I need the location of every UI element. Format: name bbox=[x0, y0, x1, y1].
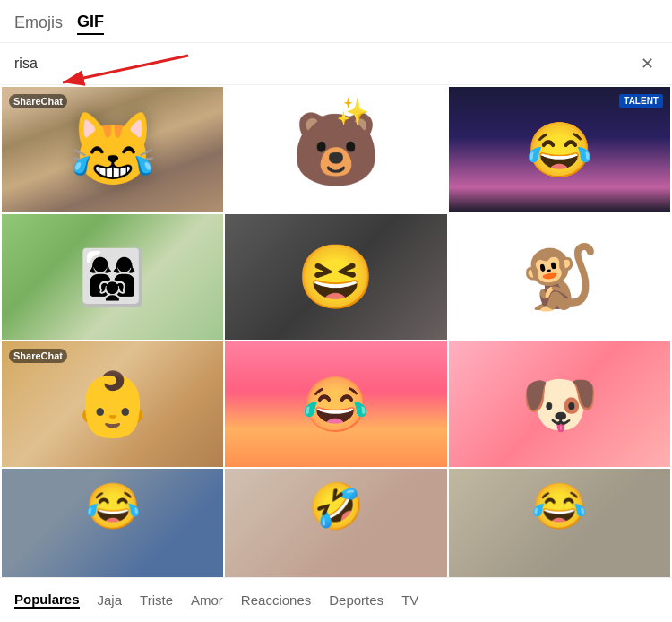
tab-gif[interactable]: GIF bbox=[77, 11, 104, 35]
category-amor[interactable]: Amor bbox=[191, 592, 223, 608]
gif-cell-partial-2[interactable] bbox=[225, 469, 446, 594]
gif-cell-anime-girl[interactable] bbox=[225, 341, 446, 467]
gif-cell-partial-1[interactable] bbox=[2, 469, 223, 594]
category-populares[interactable]: Populares bbox=[14, 592, 80, 609]
tab-emojis[interactable]: Emojis bbox=[14, 12, 63, 34]
search-input[interactable] bbox=[14, 56, 637, 72]
categories-bar: Populares Jaja Triste Amor Reacciones De… bbox=[0, 577, 672, 622]
gif-cell-cat[interactable]: ShareChat bbox=[2, 87, 223, 212]
search-bar: ✕ bbox=[0, 43, 672, 85]
category-jaja[interactable]: Jaja bbox=[98, 592, 123, 608]
category-tv[interactable]: TV bbox=[401, 592, 418, 608]
sharechat-badge-2: ShareChat bbox=[9, 349, 67, 363]
gif-cell-snoopy[interactable] bbox=[449, 341, 670, 467]
gif-cell-man-laugh[interactable] bbox=[225, 214, 446, 340]
gif-cell-monkey[interactable] bbox=[449, 214, 670, 340]
gif-grid: ShareChat TALENT ShareChat bbox=[0, 85, 672, 596]
close-button[interactable]: ✕ bbox=[637, 50, 658, 77]
gif-cell-bear[interactable] bbox=[225, 87, 446, 212]
category-deportes[interactable]: Deportes bbox=[329, 592, 383, 608]
gif-cell-partial-3[interactable] bbox=[449, 469, 670, 594]
category-reacciones[interactable]: Reacciones bbox=[241, 592, 311, 608]
header: Emojis GIF bbox=[0, 0, 672, 43]
gif-cell-golden-girls[interactable] bbox=[2, 214, 223, 340]
gif-cell-woman-talent[interactable]: TALENT bbox=[449, 87, 670, 212]
gif-cell-baby[interactable]: ShareChat bbox=[2, 341, 223, 467]
talent-badge: TALENT bbox=[619, 94, 663, 108]
sharechat-badge: ShareChat bbox=[9, 94, 67, 108]
category-triste[interactable]: Triste bbox=[140, 592, 173, 608]
